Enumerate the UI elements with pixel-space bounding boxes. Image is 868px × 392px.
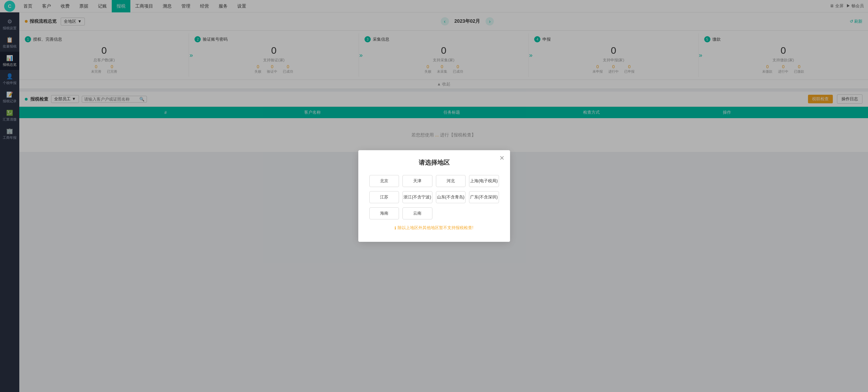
warning-icon: ℹ: [395, 226, 396, 230]
modal-warning: ℹ 除以上地区外其他地区暂不支持报税检查!: [369, 225, 499, 231]
region-row-2: 海南云南: [369, 207, 499, 219]
modal-title: 请选择地区: [369, 158, 499, 167]
region-btn-上海(电子税局)[interactable]: 上海(电子税局): [469, 175, 499, 187]
region-btn-海南[interactable]: 海南: [369, 207, 399, 219]
region-btn-empty-2-2: [436, 207, 466, 219]
region-btn-广东(不含深圳)[interactable]: 广东(不含深圳): [469, 191, 499, 203]
region-btn-江苏[interactable]: 江苏: [369, 191, 399, 203]
region-btn-empty-2-3: [469, 207, 499, 219]
modal-overlay[interactable]: ✕ 请选择地区 北京天津河北上海(电子税局) 江苏浙江(不含宁波)山东(不含青岛…: [0, 0, 868, 392]
region-modal: ✕ 请选择地区 北京天津河北上海(电子税局) 江苏浙江(不含宁波)山东(不含青岛…: [358, 150, 510, 242]
region-btn-云南[interactable]: 云南: [402, 207, 432, 219]
region-row-1: 江苏浙江(不含宁波)山东(不含青岛)广东(不含深圳): [369, 191, 499, 203]
region-btn-河北[interactable]: 河北: [436, 175, 466, 187]
region-btn-北京[interactable]: 北京: [369, 175, 399, 187]
region-btn-浙江(不含宁波)[interactable]: 浙江(不含宁波): [402, 191, 432, 203]
region-btn-山东(不含青岛)[interactable]: 山东(不含青岛): [436, 191, 466, 203]
region-btn-天津[interactable]: 天津: [402, 175, 432, 187]
region-row-0: 北京天津河北上海(电子税局): [369, 175, 499, 187]
modal-close-btn[interactable]: ✕: [499, 154, 505, 162]
